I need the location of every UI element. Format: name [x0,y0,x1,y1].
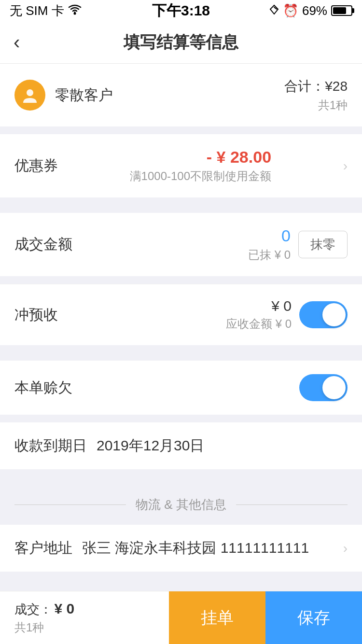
deal-amount-label: 成交金额 [14,235,72,254]
customer-name: 零散客户 [55,85,113,105]
coupon-sub-text: 满1000-100不限制使用金额 [130,168,271,184]
deal-amount-row: 成交金额 0 已抹 ¥ 0 抹零 [0,213,362,276]
due-date-value[interactable]: 2019年12月30日 [97,436,204,456]
bottom-deal-label: 成交： [14,602,52,616]
bottom-deal-line: 成交： ¥ 0 [14,601,154,618]
status-right: ⏰ 69% [269,3,352,18]
logistics-label: 物流 & 其他信息 [126,496,236,513]
toggle-thumb [322,303,346,326]
bottom-info: 成交： ¥ 0 共1种 [0,591,169,644]
coupon-discount-value: - ¥ 28.00 [130,148,271,167]
address-chevron-icon: › [343,541,348,556]
svg-point-0 [73,12,76,14]
no-sim-text: 无 SIM 卡 [10,2,64,19]
debt-row: 本单赊欠 [0,361,362,415]
status-bar: 无 SIM 卡 下午3:18 ⏰ 69% [0,0,362,21]
prepayment-sub: 应收金额 ¥ 0 [226,316,292,332]
prepayment-label: 冲预收 [14,305,58,325]
prepayment-right: ¥ 0 应收金额 ¥ 0 [226,298,348,332]
coupon-chevron-icon: › [343,158,348,174]
customer-row: 零散客户 合计：¥28 共1种 [0,64,362,126]
prepayment-value: ¥ 0 [226,298,292,314]
address-label: 客户地址 [14,538,72,558]
deal-amount-value[interactable]: 0 [248,226,291,245]
address-row[interactable]: 客户地址 张三 海淀永丰科技园 11111111111 › [0,525,362,572]
deal-amount-sub: 已抹 ¥ 0 [248,247,291,263]
hold-button[interactable]: 挂单 [169,591,265,644]
logistics-label-section: 物流 & 其他信息 [0,485,362,525]
location-icon [269,3,279,18]
total-count: 共1种 [284,98,348,113]
bottom-deal-amount: ¥ 0 [54,601,74,616]
due-date-label: 收款到期日 [14,436,87,456]
logistics-line-right [236,504,348,505]
status-left: 无 SIM 卡 [10,2,82,19]
back-button[interactable]: ‹ [14,31,20,53]
customer-left: 零散客户 [14,80,113,111]
round-off-button[interactable]: 抹零 [298,231,348,258]
wifi-icon [68,3,82,18]
section-gap-1 [0,205,362,213]
svg-point-1 [27,89,33,96]
deal-amount-right: 0 已抹 ¥ 0 抹零 [248,226,348,263]
avatar [14,80,45,111]
coupon-right: - ¥ 28.00 满1000-100不限制使用金额 [130,148,271,184]
save-button[interactable]: 保存 [265,591,362,644]
bottom-count: 共1种 [14,620,154,635]
coupon-label: 优惠券 [14,156,58,176]
alarm-icon: ⏰ [283,3,298,18]
coupon-row[interactable]: 优惠券 - ¥ 28.00 满1000-100不限制使用金额 › [0,134,362,197]
battery-percent: 69% [302,3,327,18]
debt-label: 本单赊欠 [14,378,72,398]
debt-toggle[interactable] [299,374,348,401]
prepayment-row: 冲预收 ¥ 0 应收金额 ¥ 0 [0,284,362,345]
section-gap-2 [0,353,362,361]
debt-toggle-thumb [322,376,346,399]
address-value: 张三 海淀永丰科技园 11111111111 [82,538,343,558]
debt-right [299,374,348,401]
customer-info-right: 合计：¥28 共1种 [284,77,348,113]
total-amount: 合计：¥28 [284,77,348,96]
logistics-line-left [14,504,126,505]
battery-icon [331,5,352,16]
content: 零散客户 合计：¥28 共1种 优惠券 - ¥ 28.00 满1000-100不… [0,64,362,644]
page-title: 填写结算等信息 [124,31,238,54]
section-gap-3 [0,477,362,485]
due-date-row: 收款到期日 2019年12月30日 [0,422,362,469]
prepayment-toggle[interactable] [299,301,348,328]
nav-bar: ‹ 填写结算等信息 [0,21,362,64]
bottom-bar: 成交： ¥ 0 共1种 挂单 保存 [0,591,362,644]
status-time: 下午3:18 [152,1,210,21]
